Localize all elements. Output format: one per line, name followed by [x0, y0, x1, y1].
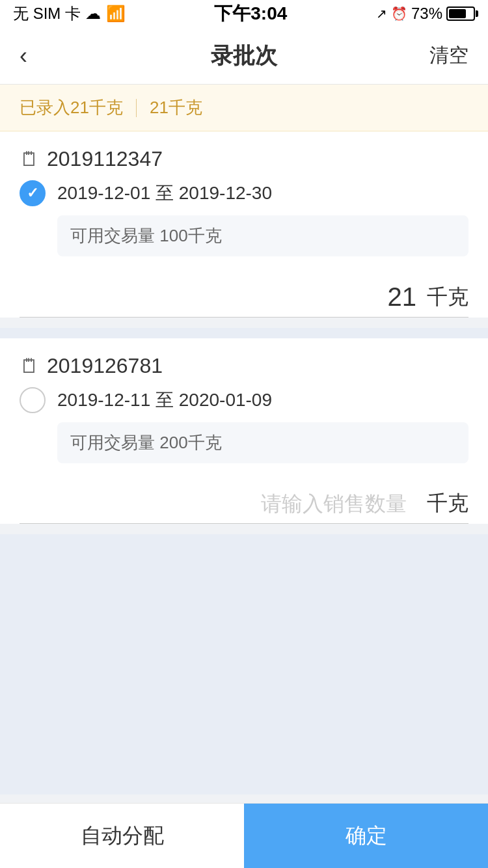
auto-distribute-button[interactable]: 自动分配	[0, 804, 244, 868]
location-icon: ↗	[376, 6, 387, 21]
batch-2-quantity-input[interactable]	[221, 492, 416, 516]
no-sim-text: 无 SIM 卡 ☁	[13, 3, 101, 24]
alarm-icon: ⏰	[391, 6, 407, 21]
battery-icon	[446, 7, 475, 21]
banner-divider	[136, 99, 137, 117]
batch-2-available: 可用交易量 200千克	[57, 422, 468, 463]
confirm-button[interactable]: 确定	[244, 804, 488, 868]
batch-1-icon: 🗒	[20, 148, 39, 170]
batch-1-date: 2019-12-01 至 2019-12-30	[57, 181, 272, 206]
batch-1-id: 2019112347	[47, 147, 163, 171]
status-time: 下午3:04	[214, 1, 287, 26]
batch-1-quantity-row: 21 千克	[0, 272, 488, 312]
status-right: ↗ ⏰ 73%	[376, 5, 475, 23]
batch-1-header: 🗒 2019112347	[20, 147, 468, 171]
battery-percent: 73%	[411, 5, 442, 23]
batch-2-radio[interactable]	[20, 387, 46, 413]
batch-section-1: 🗒 2019112347 2019-12-01 至 2019-12-30 可用交…	[0, 131, 488, 318]
nav-bar: ‹ 录批次 清空	[0, 27, 488, 85]
clear-button[interactable]: 清空	[429, 42, 468, 69]
batch-section-2: 🗒 2019126781 2019-12-11 至 2020-01-09 可用交…	[0, 338, 488, 524]
batch-2-date: 2019-12-11 至 2020-01-09	[57, 388, 272, 413]
info-banner: 已录入21千克 21千克	[0, 85, 488, 131]
batch-item-1: 🗒 2019112347 2019-12-01 至 2019-12-30 可用交…	[0, 131, 488, 272]
battery-fill	[449, 9, 466, 18]
batch-1-radio[interactable]	[20, 180, 46, 206]
gray-area	[0, 534, 488, 794]
batch-1-date-row[interactable]: 2019-12-01 至 2019-12-30	[20, 180, 468, 206]
batch-2-id: 2019126781	[47, 354, 163, 378]
batch-2-date-row[interactable]: 2019-12-11 至 2020-01-09	[20, 387, 468, 413]
status-bar: 无 SIM 卡 ☁ 📶 下午3:04 ↗ ⏰ 73%	[0, 0, 488, 27]
batch-2-header: 🗒 2019126781	[20, 354, 468, 378]
batch-item-2: 🗒 2019126781 2019-12-11 至 2020-01-09 可用交…	[0, 338, 488, 479]
batch-1-quantity-value: 21	[388, 282, 417, 312]
wifi-icon: 📶	[106, 5, 126, 23]
batch-1-available: 可用交易量 100千克	[57, 215, 468, 256]
batch-2-icon: 🗒	[20, 355, 39, 377]
back-button[interactable]: ‹	[20, 42, 59, 70]
batch-2-input-row: 千克	[0, 479, 488, 518]
batch-2-underline	[20, 523, 468, 524]
batch-2-unit: 千克	[427, 489, 468, 518]
status-left: 无 SIM 卡 ☁ 📶	[13, 3, 126, 24]
batch-1-underline	[20, 317, 468, 318]
page-title: 录批次	[211, 41, 277, 71]
section-divider	[0, 328, 488, 338]
batch-1-unit: 千克	[427, 283, 468, 312]
amount-value: 21千克	[150, 96, 202, 119]
bottom-bar: 自动分配 确定	[0, 803, 488, 868]
recorded-amount: 已录入21千克	[20, 96, 123, 119]
